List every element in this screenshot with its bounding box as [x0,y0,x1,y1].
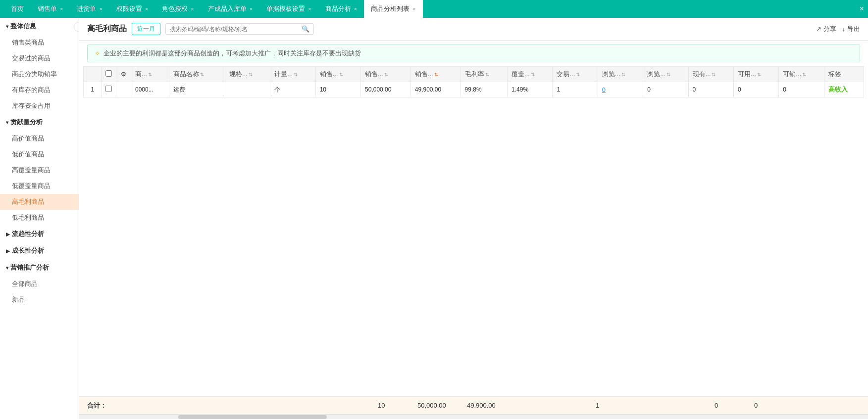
data-table: ⚙ 商...⇅ 商品名称⇅ 规格...⇅ 计量...⇅ 销售...⇅ 销售...… [83,66,864,97]
arrow-down-icon: ▾ [6,265,8,271]
close-icon[interactable]: × [99,6,102,12]
nav-finished-goods[interactable]: 产成品入库单 × [201,0,259,18]
close-icon[interactable]: × [145,6,148,12]
cell-sales-qty: 10 [315,82,360,97]
col-checkbox [102,67,116,82]
footer-available-stock: 0 [750,402,790,409]
cell-saleable-stock: 0 [779,82,824,97]
sidebar-group-contribution[interactable]: ▾ 贡献量分析 [0,114,79,131]
info-text: 企业的主要的利润都是这部分商品创造的，可考虑加大推广，同时关注库存是不要出现缺货 [103,49,361,58]
horizontal-scrollbar[interactable] [79,414,868,419]
nav-product-analysis-list[interactable]: 商品分析列表 × [364,0,422,18]
close-all-button[interactable]: × [860,4,864,13]
sidebar-item-low-coverage[interactable]: 低覆盖量商品 [0,178,79,194]
sidebar-item-high-value[interactable]: 高价值商品 [0,131,79,146]
header-actions: ↗ 分享 ↓ 导出 [816,25,861,34]
export-button[interactable]: ↓ 导出 [842,25,861,34]
col-trade: 交易...⇅ [553,67,598,82]
share-button[interactable]: ↗ 分享 [816,25,836,34]
info-icon: ✧ [95,49,101,57]
col-saleable-stock: 可销...⇅ [779,67,824,82]
col-current-stock: 现有...⇅ [688,67,733,82]
sidebar-item-low-value[interactable]: 低价值商品 [0,146,79,162]
scrollbar-thumb [178,415,327,419]
search-icon[interactable]: 🔍 [302,25,309,33]
nav-template-settings[interactable]: 单据模板设置 × [259,0,318,18]
page-title: 高毛利商品 [87,24,127,34]
search-input[interactable] [170,26,302,33]
col-tag: 标签 [824,67,864,82]
nav-product-analysis[interactable]: 商品分析 × [318,0,364,18]
table-row: 1 0000... 运费 个 10 50,000.00 49,900.00 99… [84,82,864,97]
cell-available-stock: 0 [733,82,778,97]
sidebar-group-flow-trend[interactable]: ▶ 流趋性分析 [0,226,79,242]
sidebar-item-all-goods[interactable]: 全部商品 [0,276,79,292]
main-layout: 《 ▾ 整体信息 销售类商品 交易过的商品 商品分类助销率 有库存的商品 库存资… [0,18,868,419]
col-spec: 规格...⇅ [225,67,270,82]
footer-sales-amount: 50,000.00 [413,402,463,409]
close-icon[interactable]: × [60,6,63,12]
sidebar-item-in-stock-goods[interactable]: 有库存的商品 [0,82,79,98]
table-wrapper[interactable]: ⚙ 商...⇅ 商品名称⇅ 规格...⇅ 计量...⇅ 销售...⇅ 销售...… [79,66,868,396]
nav-role-auth[interactable]: 角色授权 × [155,0,201,18]
close-icon[interactable]: × [191,6,194,12]
sidebar-item-high-coverage[interactable]: 高覆盖量商品 [0,162,79,178]
search-box: 🔍 [165,23,314,35]
footer-label: 合计： [87,401,106,410]
nav-sales-order[interactable]: 销售单 × [31,0,70,18]
col-gross-rate: 毛利率⇅ [460,67,507,82]
cell-sales-amount: 50,000.00 [361,82,411,97]
col-index [84,67,102,82]
sidebar-group-growth[interactable]: ▶ 成长性分析 [0,242,79,259]
recent-month-filter[interactable]: 近一月 [132,23,160,35]
col-cover-rate: 覆盖...⇅ [508,67,553,82]
top-navigation: 首页 销售单 × 进货单 × 权限设置 × 角色授权 × 产成品入库单 × 单据… [0,0,868,18]
close-icon[interactable]: × [308,6,311,12]
tag-badge: 高收入 [828,86,848,93]
content-area: 高毛利商品 近一月 🔍 ↗ 分享 ↓ 导出 ✧ 企业的主要的利润都是这部分商品创… [79,18,868,419]
col-sales-profit: 销售...⇅ [410,67,460,82]
nav-permission-settings[interactable]: 权限设置 × [109,0,155,18]
cell-browse1: 0 [598,82,643,97]
select-all-checkbox[interactable] [105,70,112,77]
sidebar: 《 ▾ 整体信息 销售类商品 交易过的商品 商品分类助销率 有库存的商品 库存资… [0,18,79,419]
cell-index: 1 [84,82,102,97]
export-icon: ↓ [842,25,846,33]
sidebar-item-new-goods[interactable]: 新品 [0,292,79,308]
cell-cover-rate: 1.49% [508,82,553,97]
sidebar-item-traded-goods[interactable]: 交易过的商品 [0,50,79,66]
col-settings[interactable]: ⚙ [116,67,131,82]
close-icon[interactable]: × [412,6,415,12]
col-code: 商...⇅ [131,67,169,82]
sidebar-item-sales-goods[interactable]: 销售类商品 [0,35,79,50]
col-browse2: 浏览...⇅ [643,67,688,82]
cell-name: 运费 [169,82,225,97]
sidebar-item-high-margin[interactable]: 高毛利商品 [0,194,79,210]
sidebar-group-overall[interactable]: ▾ 整体信息 [0,18,79,35]
cell-checkbox [102,82,116,97]
arrow-down-icon: ▾ [6,120,8,125]
cell-tag: 高收入 [824,82,864,97]
cell-gross-rate: 99.8% [460,82,507,97]
nav-home[interactable]: 首页 [4,0,31,18]
arrow-right-icon: ▶ [6,232,10,237]
cell-code: 0000... [131,82,169,97]
sidebar-item-low-margin[interactable]: 低毛利商品 [0,210,79,226]
share-icon: ↗ [816,25,821,33]
footer-spacer2 [176,402,275,409]
browse1-link[interactable]: 0 [602,86,606,93]
sidebar-item-category-assist-rate[interactable]: 商品分类助销率 [0,66,79,82]
cell-trade: 1 [553,82,598,97]
sidebar-item-inventory-capital[interactable]: 库存资金占用 [0,98,79,114]
row-checkbox[interactable] [105,86,112,92]
col-unit: 计量...⇅ [270,67,315,82]
arrow-down-icon: ▾ [6,24,8,29]
close-icon[interactable]: × [250,6,253,12]
cell-unit: 个 [270,82,315,97]
sidebar-group-marketing[interactable]: ▾ 营销推广分析 [0,259,79,276]
col-name: 商品名称⇅ [169,67,225,82]
footer-sales-qty: 10 [374,402,413,409]
close-icon[interactable]: × [354,6,357,12]
nav-purchase-order[interactable]: 进货单 × [70,0,109,18]
cell-spec [225,82,270,97]
